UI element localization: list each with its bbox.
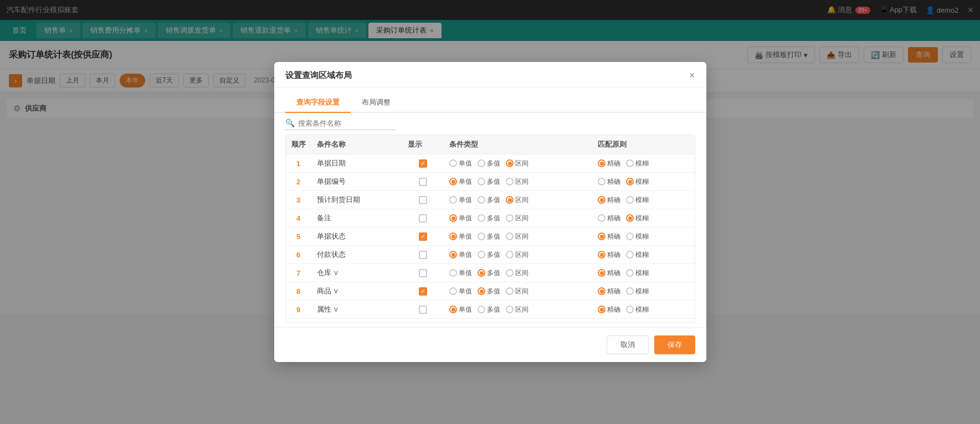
type-radio-单值[interactable]: 单值 xyxy=(449,250,472,260)
type-radio-区间[interactable]: 区间 xyxy=(506,287,529,296)
checkbox[interactable] xyxy=(419,178,427,186)
radio-label: 模糊 xyxy=(635,214,649,223)
radio-label: 模糊 xyxy=(635,177,649,187)
match-radio-精确[interactable]: 精确 xyxy=(598,232,620,241)
checkbox[interactable] xyxy=(419,214,427,223)
th-type: 条件类型 xyxy=(444,135,592,154)
radio-circle xyxy=(598,214,606,222)
radio-label: 精确 xyxy=(607,305,620,314)
match-radio-模糊[interactable]: 模糊 xyxy=(626,195,649,205)
type-radio-区间[interactable]: 区间 xyxy=(506,195,529,205)
type-radio-单值[interactable]: 单值 xyxy=(449,159,472,168)
row-show-checkbox[interactable]: ✓ xyxy=(402,154,444,173)
checkbox[interactable] xyxy=(419,306,427,314)
match-radio-模糊[interactable]: 模糊 xyxy=(626,305,649,314)
row-show-checkbox[interactable] xyxy=(402,246,444,264)
type-radio-多值[interactable]: 多值 xyxy=(478,159,500,168)
radio-circle xyxy=(626,196,634,204)
type-radio-区间[interactable]: 区间 xyxy=(506,159,529,168)
table-row: 4备注单值多值区间精确模糊 xyxy=(286,209,695,227)
modal-overlay[interactable]: 设置查询区域布局 × 查询字段设置 布局调整 🔍 顺序 条件名称 xyxy=(0,0,980,314)
type-radio-多值[interactable]: 多值 xyxy=(478,305,500,314)
row-show-checkbox[interactable] xyxy=(402,301,444,314)
checkbox[interactable]: ✓ xyxy=(419,159,427,168)
row-order: 3 xyxy=(286,191,311,209)
modal-tab-query[interactable]: 查询字段设置 xyxy=(285,93,351,113)
type-radio-单值[interactable]: 单值 xyxy=(449,287,472,296)
radio-label: 单值 xyxy=(459,268,472,278)
match-radio-模糊[interactable]: 模糊 xyxy=(626,287,649,296)
radio-circle xyxy=(449,214,457,222)
table-row: 9属性 ∨单值多值区间精确模糊 xyxy=(286,301,695,314)
row-order: 2 xyxy=(286,173,311,191)
match-radio-精确[interactable]: 精确 xyxy=(598,177,620,187)
type-radio-区间[interactable]: 区间 xyxy=(506,214,529,223)
match-radio-精确[interactable]: 精确 xyxy=(598,268,620,278)
row-match: 精确模糊 xyxy=(592,209,694,227)
radio-label: 单值 xyxy=(459,287,472,296)
type-radio-区间[interactable]: 区间 xyxy=(506,177,529,187)
type-radio-多值[interactable]: 多值 xyxy=(478,195,500,205)
row-show-checkbox[interactable]: ✓ xyxy=(402,282,444,301)
search-input[interactable] xyxy=(298,119,387,127)
type-radio-多值[interactable]: 多值 xyxy=(478,287,500,296)
radio-circle xyxy=(478,178,485,185)
type-radio-单值[interactable]: 单值 xyxy=(449,268,472,278)
match-radio-精确[interactable]: 精确 xyxy=(598,214,620,223)
type-radio-单值[interactable]: 单值 xyxy=(449,214,472,223)
radio-label: 区间 xyxy=(515,159,529,168)
radio-label: 模糊 xyxy=(635,250,649,260)
type-radio-单值[interactable]: 单值 xyxy=(449,195,472,205)
radio-circle xyxy=(478,196,485,204)
match-radio-精确[interactable]: 精确 xyxy=(598,195,620,205)
match-radio-模糊[interactable]: 模糊 xyxy=(626,177,649,187)
row-match: 精确模糊 xyxy=(592,173,694,191)
type-radio-多值[interactable]: 多值 xyxy=(478,214,500,223)
radio-label: 区间 xyxy=(515,268,529,278)
row-show-checkbox[interactable]: ✓ xyxy=(402,227,444,246)
type-radio-多值[interactable]: 多值 xyxy=(478,268,500,278)
type-radio-单值[interactable]: 单值 xyxy=(449,232,472,241)
radio-circle xyxy=(598,269,606,277)
radio-circle xyxy=(598,287,606,295)
checkbox[interactable]: ✓ xyxy=(419,287,427,296)
match-radio-精确[interactable]: 精确 xyxy=(598,159,620,168)
checkbox[interactable]: ✓ xyxy=(419,232,427,241)
match-radio-精确[interactable]: 精确 xyxy=(598,305,620,314)
type-radio-多值[interactable]: 多值 xyxy=(478,232,500,241)
checkbox[interactable] xyxy=(419,196,427,204)
match-radio-模糊[interactable]: 模糊 xyxy=(626,232,649,241)
radio-label: 精确 xyxy=(607,250,620,260)
type-radio-单值[interactable]: 单值 xyxy=(449,177,472,187)
type-radio-单值[interactable]: 单值 xyxy=(449,305,472,314)
match-radio-模糊[interactable]: 模糊 xyxy=(626,250,649,260)
match-radio-模糊[interactable]: 模糊 xyxy=(626,268,649,278)
checkbox[interactable] xyxy=(419,269,427,277)
type-radio-区间[interactable]: 区间 xyxy=(506,268,529,278)
type-radio-多值[interactable]: 多值 xyxy=(478,250,500,260)
radio-circle xyxy=(598,232,606,240)
th-order: 顺序 xyxy=(286,135,311,154)
match-radio-精确[interactable]: 精确 xyxy=(598,287,620,296)
type-radio-多值[interactable]: 多值 xyxy=(478,177,500,187)
modal-close-btn[interactable]: × xyxy=(689,70,695,81)
row-show-checkbox[interactable] xyxy=(402,264,444,282)
row-show-checkbox[interactable] xyxy=(402,191,444,209)
radio-circle xyxy=(449,306,457,313)
radio-label: 精确 xyxy=(607,232,620,241)
match-radio-模糊[interactable]: 模糊 xyxy=(626,214,649,223)
table-row: 1单据日期✓单值多值区间精确模糊 xyxy=(286,154,695,173)
checkbox[interactable] xyxy=(419,251,427,259)
radio-circle xyxy=(598,159,606,167)
row-show-checkbox[interactable] xyxy=(402,209,444,227)
match-radio-模糊[interactable]: 模糊 xyxy=(626,159,649,168)
row-show-checkbox[interactable] xyxy=(402,173,444,191)
match-radio-精确[interactable]: 精确 xyxy=(598,250,620,260)
row-match: 精确模糊 xyxy=(592,246,694,264)
row-name: 单据状态 xyxy=(311,227,402,246)
type-radio-区间[interactable]: 区间 xyxy=(506,305,529,314)
radio-circle xyxy=(449,287,457,295)
type-radio-区间[interactable]: 区间 xyxy=(506,250,529,260)
modal-tab-layout[interactable]: 布局调整 xyxy=(351,93,402,113)
type-radio-区间[interactable]: 区间 xyxy=(506,232,529,241)
